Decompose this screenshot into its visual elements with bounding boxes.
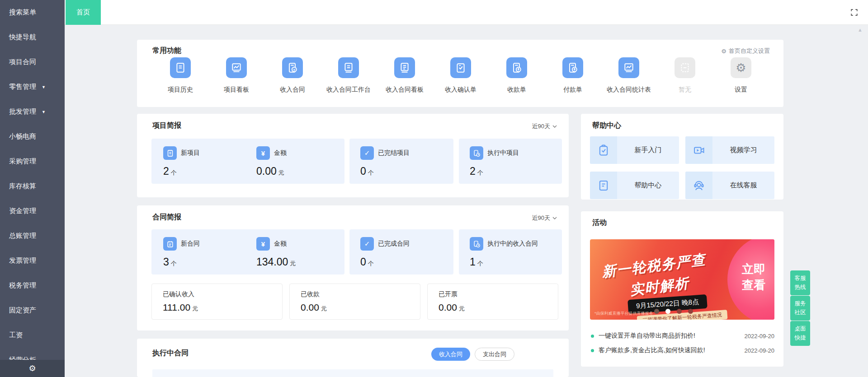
news-item[interactable]: 一键设置开单自动带出商品折扣价! 2022-09-20 — [591, 331, 774, 341]
help-online-service[interactable]: 在线客服 — [685, 172, 774, 199]
sidebar: 搜索菜单 快捷导航 项目合同 零售管理▼ 批发管理▼ 小畅电商 采购管理 库存核… — [0, 0, 65, 377]
gear-icon: ⚙ — [28, 363, 36, 373]
carousel-dots — [654, 309, 693, 314]
contract-yen-icon: ¥ — [282, 57, 303, 78]
sidebar-item-wholesale[interactable]: 批发管理▼ — [0, 99, 65, 124]
news-date: 2022-09-20 — [745, 347, 775, 354]
activity-card: 活动 新一轮税务严查 实时解析 9月15/20/22日 晚8点 三节课带你了解新… — [581, 211, 783, 367]
sidebar-settings-button[interactable]: ⚙ — [0, 360, 65, 377]
help-getting-started[interactable]: 新手入门 — [590, 136, 679, 164]
news-item[interactable]: 客户账款多,资金占比高,如何快速回款! 2022-09-20 — [591, 345, 774, 355]
fn-income-contract-workbench[interactable]: 收入合同工作台 — [321, 57, 377, 94]
carousel-dot[interactable] — [677, 309, 682, 314]
carousel-dot[interactable] — [654, 309, 659, 314]
fn-income-contract-report[interactable]: 收入合同统计表 — [601, 57, 657, 94]
floating-buttons: 客服热线 服务社区 桌面快捷 — [790, 270, 810, 346]
bullet-dot-icon — [591, 335, 594, 338]
banner-headline-1: 新一轮税务严查 — [601, 250, 707, 282]
topbar: 首页 — [65, 0, 868, 25]
section-title: 帮助中心 — [592, 121, 621, 130]
stat-project-amount: ¥金额 0.00元 — [256, 146, 287, 177]
help-help-center[interactable]: 帮助中心 — [590, 172, 679, 199]
sidebar-item-retail[interactable]: 零售管理▼ — [0, 74, 65, 99]
receipt-yen-in-icon — [506, 57, 527, 78]
activity-banner[interactable]: 新一轮税务严查 实时解析 9月15/20/22日 晚8点 三节课带你了解新一轮税… — [590, 239, 774, 320]
sidebar-item-funds[interactable]: 资金管理 — [0, 199, 65, 223]
sidebar-item-fixed-assets[interactable]: 固定资产 — [0, 298, 65, 323]
fullscreen-icon[interactable] — [850, 9, 858, 16]
service-community-button[interactable]: 服务社区 — [790, 296, 810, 321]
fn-income-confirm[interactable]: 收入确认单 — [433, 57, 489, 94]
carousel-dot-active[interactable] — [665, 309, 670, 314]
desktop-shortcut-button[interactable]: 桌面快捷 — [790, 321, 810, 346]
contract-finished-panel: ✓已完成合同 0个 — [349, 229, 453, 275]
help-center-card: 帮助中心 新手入门 视频学习 帮助中心 — [581, 114, 783, 200]
fn-settings[interactable]: ⚙ 设置 — [713, 57, 769, 94]
stat-contract-amount: ¥金额 134.00元 — [256, 237, 296, 268]
chevron-down-icon — [552, 125, 557, 128]
sidebar-item-ecommerce[interactable]: 小畅电商 — [0, 124, 65, 149]
sidebar-item-ledger[interactable]: 总账管理 — [0, 223, 65, 248]
clipboard-check-icon — [450, 57, 471, 78]
checkbox-icon: ✓ — [360, 237, 374, 251]
stat-new-project: 新项目 2个 — [163, 146, 200, 177]
sidebar-item-project-contract[interactable]: 项目合同 — [0, 50, 65, 74]
banner-cta-button[interactable]: 立即查看 — [741, 261, 766, 293]
sidebar-item-invoice[interactable]: 发票管理 — [0, 248, 65, 273]
fn-payment-voucher[interactable]: 付款单 — [545, 57, 601, 94]
stat-new-contract: 新合同 3个 — [163, 237, 200, 268]
sidebar-item-search-menu[interactable]: 搜索菜单 — [0, 0, 65, 25]
sidebar-item-purchasing[interactable]: 采购管理 — [0, 149, 65, 174]
home-customize-button[interactable]: ⚙ 首页自定义设置 — [721, 47, 770, 55]
check-doc-icon: ✓ — [360, 146, 374, 160]
carousel-dot[interactable] — [688, 309, 693, 314]
project-finished-panel: ✓已完结项目 0个 — [349, 139, 453, 184]
doc-clock-icon — [470, 146, 483, 160]
banner-note: *由保利威直播平台提供直播服务 — [594, 311, 653, 316]
contract-range-select[interactable]: 近90天 — [532, 214, 557, 222]
fn-income-contract-board[interactable]: 收入合同看板 — [377, 57, 433, 94]
project-brief-card: 项目简报 近90天 新项目 2个 ¥金额 0.00元 ✓已完结项目 0个 执行中… — [137, 114, 569, 197]
contract-stats-panel: 新合同 3个 ¥金额 134.00元 — [151, 229, 344, 275]
tab-income-contract[interactable]: 收入合同 — [431, 348, 470, 361]
sidebar-item-payroll[interactable]: 工资 — [0, 323, 65, 348]
project-range-select[interactable]: 近90天 — [532, 122, 557, 130]
bullet-dot-icon — [591, 349, 594, 352]
service-hotline-button[interactable]: 客服热线 — [790, 270, 810, 295]
contract-running-panel: 执行中的收入合同 1个 — [459, 229, 562, 275]
scroll-top-icon[interactable]: ▲ — [858, 27, 863, 33]
total-confirmed-income: 已确认收入 111.00元 — [151, 284, 283, 320]
sidebar-item-inventory[interactable]: 库存核算 — [0, 174, 65, 199]
tab-home[interactable]: 首页 — [66, 0, 101, 25]
news-date: 2022-09-20 — [745, 333, 775, 340]
common-functions-row: 项目历史 项目看板 ¥ 收入合同 收入合同工作台 — [152, 57, 769, 94]
fn-empty-slot[interactable]: 暂无 — [657, 57, 713, 94]
total-invoiced: 已开票 0.00元 — [427, 284, 558, 320]
fn-receipt-voucher[interactable]: 收款单 — [489, 57, 545, 94]
fn-income-contract[interactable]: ¥ 收入合同 — [264, 57, 321, 94]
gear-icon: ⚙ — [731, 57, 751, 78]
calendar-doc-icon — [163, 237, 177, 251]
fn-project-board[interactable]: 项目看板 — [208, 57, 264, 94]
chevron-down-icon: ▼ — [42, 85, 46, 89]
document-lines-icon — [590, 172, 617, 199]
section-title: 项目简报 — [152, 121, 181, 130]
yen-icon: ¥ — [256, 237, 270, 251]
fn-project-history[interactable]: 项目历史 — [152, 57, 208, 94]
yen-icon: ¥ — [256, 146, 270, 160]
doc-clock-icon — [470, 237, 483, 251]
table-header-strip — [152, 369, 553, 377]
gear-icon: ⚙ — [721, 48, 726, 55]
help-video-learning[interactable]: 视频学习 — [685, 136, 774, 164]
stat-finished-project: ✓已完结项目 0个 — [360, 146, 410, 177]
sidebar-item-quick-nav[interactable]: 快捷导航 — [0, 25, 65, 50]
erp-dashboard: 搜索菜单 快捷导航 项目合同 零售管理▼ 批发管理▼ 小畅电商 采购管理 库存核… — [0, 0, 868, 377]
section-title: 合同简报 — [152, 213, 181, 222]
banner-cta-circle: 立即查看 — [727, 239, 774, 320]
payment-yen-out-icon — [562, 57, 583, 78]
sidebar-item-tax[interactable]: 税务管理 — [0, 273, 65, 298]
tab-expense-contract[interactable]: 支出合同 — [475, 348, 514, 361]
stat-running-income-contract: 执行中的收入合同 1个 — [470, 237, 538, 268]
document-board-icon — [394, 57, 415, 78]
stats-chart-icon — [618, 57, 639, 78]
